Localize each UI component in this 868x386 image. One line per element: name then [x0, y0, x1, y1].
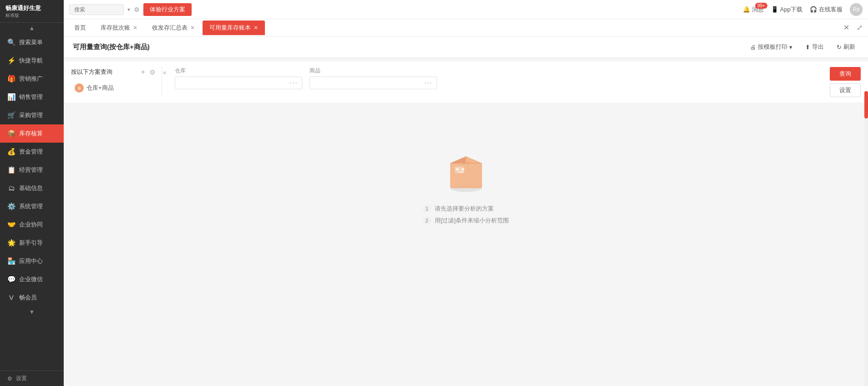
- scheme-icon: ⊕: [75, 83, 84, 93]
- purchase-icon: 🛒: [7, 111, 15, 119]
- notification-btn[interactable]: 🔔 消息 99+: [743, 5, 764, 14]
- filter-fields: 仓库 ··· 商品 ···: [168, 67, 824, 89]
- tip-text-2: 用[过滤]条件来缩小分析范围: [435, 216, 509, 225]
- search-icon: 🔍: [7, 38, 15, 46]
- sidebar-scroll-down[interactable]: ▼: [0, 307, 64, 317]
- settings-button[interactable]: 设置: [830, 83, 861, 97]
- sidebar-item-shortcut[interactable]: ⚡ 快捷导航: [0, 51, 64, 70]
- goods-input-wrap: ···: [310, 77, 437, 89]
- wechat-icon: 💬: [7, 275, 15, 283]
- tab-expand-icon[interactable]: ⤢: [855, 21, 864, 34]
- filter-scheme-actions: ＋ ⊙: [139, 67, 156, 77]
- query-button[interactable]: 查询: [830, 67, 861, 81]
- bell-icon: 🔔: [743, 6, 750, 13]
- page-content: 可用量查询(按仓库+商品) 🖨 按模板打印 ▾ ⬆ 导出 ↻ 刷新: [64, 36, 868, 386]
- export-btn[interactable]: ⬆ 导出: [802, 41, 827, 53]
- vip-icon: V: [7, 293, 15, 301]
- customer-service-btn[interactable]: 🎧 在线客服: [810, 5, 843, 14]
- empty-tip-1: 1 请先选择要分析的方案: [423, 205, 509, 213]
- filter-actions: 查询 设置: [824, 67, 861, 97]
- headset-icon: 🎧: [810, 6, 817, 13]
- sidebar-item-vip[interactable]: V 畅会员: [0, 288, 64, 307]
- tip-num-1: 1: [423, 205, 431, 213]
- sidebar-bottom[interactable]: ⚙ 设置: [0, 371, 64, 386]
- sidebar-scroll: ▲ 🔍 搜索菜单 ⚡ 快捷导航 🎁 营销推广 📊 销售管理 🛒 采购管理 📦 库…: [0, 23, 64, 371]
- page-title: 可用量查询(按仓库+商品): [73, 43, 150, 51]
- sidebar-item-inventory[interactable]: 📦 库存核算: [0, 124, 64, 143]
- refresh-btn[interactable]: ↻ 刷新: [833, 41, 859, 53]
- tabbar: 首页 库存批次账 ✕ 收发存汇总表 ✕ 可用量库存账本 ✕ ✕ ⤢: [64, 19, 868, 36]
- settings-icon: ⚙: [7, 376, 12, 382]
- app-name: 畅康通好生意: [5, 5, 58, 12]
- tab-close-inventory-summary[interactable]: ✕: [190, 25, 195, 31]
- sidebar-item-purchase[interactable]: 🛒 采购管理: [0, 106, 64, 124]
- main-area: ▾ ⚙ 体验行业方案 🔔 消息 99+ 📱 App下载 🎧 在线客服 Rit: [64, 0, 868, 386]
- sidebar-item-basic[interactable]: 🗂 基础信息: [0, 179, 64, 197]
- empty-box-svg: [439, 143, 493, 197]
- shortcut-icon: ⚡: [7, 57, 15, 65]
- marketing-icon: 🎁: [7, 75, 15, 83]
- sidebar-bottom-label: 设置: [16, 375, 27, 382]
- topbar-dropdown-icon[interactable]: ▾: [127, 6, 130, 13]
- print-template-btn[interactable]: 🖨 按模板打印 ▾: [746, 41, 796, 53]
- finance-icon: 💰: [7, 148, 15, 156]
- topbar-right: 🔔 消息 99+ 📱 App下载 🎧 在线客服 Rit: [743, 3, 863, 16]
- tab-close-all-icon[interactable]: ✕: [842, 21, 851, 34]
- export-icon: ⬆: [805, 44, 810, 51]
- sidebar-item-cooperation[interactable]: 🤝 企业协同: [0, 216, 64, 234]
- sidebar-item-wechat[interactable]: 💬 企业微信: [0, 270, 64, 288]
- print-dropdown-icon[interactable]: ▾: [789, 44, 792, 51]
- basic-icon: 🗂: [7, 184, 15, 192]
- right-scrollbar-thumb: [864, 91, 868, 118]
- tab-close-available-qty[interactable]: ✕: [254, 25, 258, 31]
- sidebar-item-marketing[interactable]: 🎁 营销推广: [0, 70, 64, 88]
- svg-rect-7: [462, 168, 464, 170]
- filter-field-warehouse: 仓库 ···: [175, 67, 302, 89]
- filter-area: 按以下方案查询 ＋ ⊙ ⊕ 仓库+商品 « 仓库 ···: [64, 62, 868, 103]
- sales-icon: 📊: [7, 93, 15, 101]
- warehouse-field-label: 仓库: [175, 67, 302, 75]
- warehouse-more-icon[interactable]: ···: [289, 79, 298, 87]
- warehouse-input[interactable]: [179, 80, 287, 87]
- filter-field-goods: 商品 ···: [310, 67, 437, 89]
- phone-icon: 📱: [771, 6, 778, 13]
- notification-badge: 99+: [755, 3, 767, 9]
- tab-home[interactable]: 首页: [67, 21, 93, 35]
- guide-icon: 🌟: [7, 239, 15, 247]
- tab-inventory-summary[interactable]: 收发存汇总表 ✕: [145, 21, 202, 35]
- sidebar: 畅康通好生意 标准版 ▲ 🔍 搜索菜单 ⚡ 快捷导航 🎁 营销推广 📊 销售管理…: [0, 0, 64, 386]
- topbar-gear-icon[interactable]: ⚙: [134, 6, 140, 13]
- app-download-btn[interactable]: 📱 App下载: [771, 5, 802, 14]
- app-version: 标准版: [5, 12, 58, 19]
- sidebar-item-system[interactable]: ⚙️ 系统管理: [0, 197, 64, 216]
- industry-btn[interactable]: 体验行业方案: [143, 3, 192, 16]
- topbar-search-input[interactable]: [69, 4, 124, 15]
- sidebar-item-finance[interactable]: 💰 资金管理: [0, 143, 64, 161]
- tab-available-qty[interactable]: 可用量库存账本 ✕: [203, 21, 265, 35]
- filter-collapse-btn[interactable]: «: [162, 68, 168, 77]
- user-avatar[interactable]: Rit: [850, 3, 863, 16]
- goods-more-icon[interactable]: ···: [424, 79, 432, 87]
- page-header: 可用量查询(按仓库+商品) 🖨 按模板打印 ▾ ⬆ 导出 ↻ 刷新: [64, 36, 868, 58]
- sidebar-item-sales[interactable]: 📊 销售管理: [0, 88, 64, 106]
- sidebar-item-search[interactable]: 🔍 搜索菜单: [0, 33, 64, 51]
- tab-batch-account[interactable]: 库存批次账 ✕: [94, 21, 144, 35]
- sidebar-item-guide[interactable]: 🌟 新手引导: [0, 234, 64, 252]
- sidebar-item-appstore[interactable]: 🏪 应用中心: [0, 252, 64, 270]
- sidebar-item-operations[interactable]: 📋 经营管理: [0, 161, 64, 179]
- tip-num-2: 2: [423, 216, 431, 225]
- manage-scheme-icon[interactable]: ⊙: [149, 67, 156, 77]
- right-scrollbar: [864, 91, 868, 386]
- refresh-icon: ↻: [837, 44, 842, 51]
- add-scheme-icon[interactable]: ＋: [139, 67, 147, 77]
- sidebar-logo: 畅康通好生意 标准版: [0, 0, 64, 23]
- tab-close-batch-account[interactable]: ✕: [133, 25, 137, 31]
- sidebar-scroll-up[interactable]: ▲: [0, 23, 64, 33]
- operations-icon: 📋: [7, 166, 15, 174]
- filter-scheme-item-warehouse-goods[interactable]: ⊕ 仓库+商品: [71, 81, 156, 95]
- appstore-icon: 🏪: [7, 257, 15, 265]
- empty-tip-2: 2 用[过滤]条件来缩小分析范围: [423, 216, 509, 225]
- goods-input[interactable]: [314, 80, 421, 87]
- filter-scheme-panel: 按以下方案查询 ＋ ⊙ ⊕ 仓库+商品: [71, 67, 162, 95]
- topbar: ▾ ⚙ 体验行业方案 🔔 消息 99+ 📱 App下载 🎧 在线客服 Rit: [64, 0, 868, 19]
